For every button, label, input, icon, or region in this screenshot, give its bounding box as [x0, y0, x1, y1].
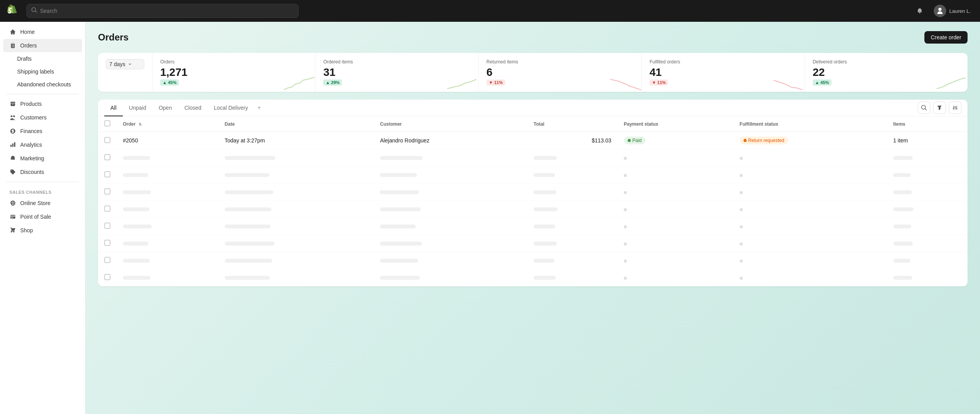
table-row	[98, 184, 968, 201]
col-order-header[interactable]: Order ⇅	[117, 116, 219, 132]
tab-all[interactable]: All	[104, 100, 123, 116]
loading-bar	[380, 242, 422, 246]
stat-orders-label: Orders	[160, 59, 307, 65]
sidebar-item-point-of-sale[interactable]: Point of Sale	[3, 210, 82, 223]
sidebar-item-finances[interactable]: Finances	[3, 125, 82, 138]
orders-icon	[9, 42, 16, 49]
sidebar-item-shop[interactable]: Shop	[3, 224, 82, 237]
sidebar-item-discounts-label: Discounts	[20, 169, 44, 175]
sidebar-item-abandoned-checkouts-label: Abandoned checkouts	[17, 81, 71, 88]
loading-bar	[893, 276, 912, 280]
finances-icon	[9, 128, 16, 135]
stat-fulfilled-orders-badge: ▼11%	[649, 79, 668, 86]
row-checkbox[interactable]	[104, 257, 110, 263]
row-checkbox[interactable]	[104, 137, 110, 143]
loading-bar	[534, 190, 556, 194]
sidebar-item-shipping-labels[interactable]: Shipping labels	[3, 65, 82, 78]
loading-dot	[740, 225, 743, 228]
loading-bar	[380, 259, 418, 263]
sidebar-item-home[interactable]: Home	[3, 25, 82, 39]
loading-dot	[740, 157, 743, 160]
days-selector[interactable]: 7 days	[106, 59, 144, 69]
sidebar-item-discounts[interactable]: Discounts	[3, 165, 82, 179]
row-checkbox-cell[interactable]	[98, 132, 117, 149]
loading-dot	[740, 191, 743, 194]
sidebar-item-point-of-sale-label: Point of Sale	[20, 214, 51, 220]
products-icon	[9, 100, 16, 107]
tab-local-delivery[interactable]: Local Delivery	[208, 100, 254, 116]
row-payment-status: Paid	[618, 132, 733, 149]
logo[interactable]	[6, 5, 19, 17]
bell-button[interactable]	[914, 5, 926, 17]
sidebar-item-shop-label: Shop	[20, 227, 33, 233]
divider-1	[6, 94, 79, 94]
sidebar-item-analytics[interactable]: Analytics	[3, 138, 82, 151]
loading-dot	[624, 277, 627, 280]
row-checkbox[interactable]	[104, 223, 110, 229]
tab-closed[interactable]: Closed	[178, 100, 208, 116]
sidebar-item-finances-label: Finances	[20, 128, 42, 134]
table-row	[98, 252, 968, 269]
row-checkbox[interactable]	[104, 154, 110, 160]
sidebar-item-customers[interactable]: Customers	[3, 111, 82, 124]
stat-fulfilled-orders-label: Fulfilled orders	[649, 59, 796, 65]
select-all-checkbox[interactable]	[104, 120, 110, 126]
sidebar-item-online-store[interactable]: Online Store	[3, 196, 82, 210]
loading-bar	[534, 207, 558, 211]
create-order-button[interactable]: Create order	[924, 31, 968, 44]
row-checkbox[interactable]	[104, 205, 110, 212]
loading-bar	[225, 276, 270, 280]
sidebar-item-orders-label: Orders	[20, 42, 37, 49]
row-checkbox[interactable]	[104, 188, 110, 195]
col-items-header: Items	[887, 116, 968, 132]
row-checkbox[interactable]	[104, 171, 110, 177]
loading-dot	[740, 174, 743, 177]
tab-unpaid[interactable]: Unpaid	[123, 100, 152, 116]
col-date-header: Date	[219, 116, 374, 132]
sidebar-item-drafts[interactable]: Drafts	[3, 53, 82, 65]
sidebar-item-analytics-label: Analytics	[20, 142, 42, 148]
table-row[interactable]: #2050 Today at 3:27pm Alejandro Rodrigue…	[98, 132, 968, 149]
loading-bar	[534, 276, 556, 280]
stat-fulfilled-orders: Fulfilled orders 41 ▼11%	[642, 53, 805, 92]
tab-open[interactable]: Open	[152, 100, 178, 116]
search-table-button[interactable]	[918, 102, 930, 114]
order-sort-icon: ⇅	[138, 122, 142, 126]
loading-bar	[893, 225, 911, 228]
order-link[interactable]: #2050	[123, 137, 138, 144]
payment-status-badge: Paid	[624, 137, 646, 144]
sort-table-button[interactable]	[949, 102, 961, 114]
loading-bar	[225, 207, 271, 211]
analytics-icon	[9, 141, 16, 148]
loading-bar	[225, 190, 273, 194]
sidebar-item-abandoned-checkouts[interactable]: Abandoned checkouts	[3, 78, 82, 91]
tab-add-button[interactable]: +	[254, 100, 264, 116]
stat-orders-badge: ▲45%	[160, 79, 179, 86]
sidebar-item-products[interactable]: Products	[3, 97, 82, 111]
user-menu-button[interactable]: Lauren L.	[931, 3, 974, 19]
loading-dot	[624, 242, 627, 246]
filter-table-button[interactable]	[933, 102, 946, 114]
table-tabs: All Unpaid Open Closed Local Delivery +	[98, 100, 968, 116]
sidebar-item-marketing[interactable]: Marketing	[3, 152, 82, 165]
loading-dot	[740, 277, 743, 280]
orders-table: Order ⇅ Date Customer Total Payment stat…	[98, 116, 968, 286]
loading-dot	[740, 208, 743, 211]
row-total: $113.03	[527, 132, 618, 149]
table-row	[98, 167, 968, 184]
loading-dot	[740, 260, 743, 263]
discounts-icon	[9, 168, 16, 175]
search-bar[interactable]: Search	[26, 4, 299, 18]
user-name: Lauren L.	[949, 8, 971, 14]
loading-bar	[380, 173, 417, 177]
search-placeholder: Search	[40, 8, 57, 14]
loading-bar	[123, 173, 148, 177]
row-checkbox[interactable]	[104, 274, 110, 280]
sidebar-item-orders[interactable]: Orders	[3, 39, 82, 52]
home-icon	[9, 28, 16, 35]
row-order[interactable]: #2050	[117, 132, 219, 149]
row-checkbox[interactable]	[104, 240, 110, 246]
table-row	[98, 149, 968, 167]
loading-bar	[123, 207, 149, 211]
select-all-header[interactable]	[98, 116, 117, 132]
